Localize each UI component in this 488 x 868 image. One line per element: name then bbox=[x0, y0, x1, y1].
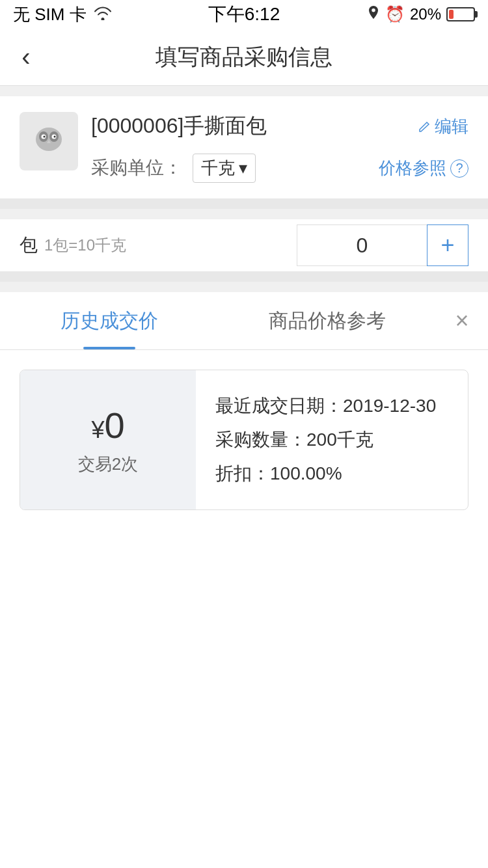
unit-label: 采购单位： bbox=[91, 157, 182, 178]
tab-close-button[interactable]: × bbox=[436, 292, 488, 349]
product-thumbnail-icon bbox=[29, 118, 68, 164]
wifi-icon bbox=[93, 5, 113, 25]
nav-bar: ‹ 填写商品采购信息 bbox=[0, 29, 488, 86]
quantity-sublabel: 1包=10千克 bbox=[44, 235, 126, 256]
back-button[interactable]: ‹ bbox=[0, 29, 52, 86]
section-divider-2 bbox=[0, 271, 488, 282]
price-card-left: ¥0 交易2次 bbox=[20, 370, 196, 509]
quantity-label: 包 1包=10千克 bbox=[20, 233, 126, 258]
battery-icon bbox=[446, 7, 475, 21]
product-section: [0000006]手撕面包 编辑 采购单位： 千克 ▾ bbox=[0, 96, 488, 198]
product-thumbnail bbox=[20, 112, 78, 170]
unit-label-group: 采购单位： 千克 ▾ bbox=[91, 154, 256, 183]
svg-point-5 bbox=[44, 136, 46, 138]
page-title: 填写商品采购信息 bbox=[156, 42, 332, 72]
quantity-plus-button[interactable]: + bbox=[427, 224, 468, 266]
unit-select[interactable]: 千克 ▾ bbox=[193, 154, 256, 183]
price-currency: ¥ bbox=[91, 416, 104, 443]
location-icon bbox=[367, 5, 380, 23]
price-card-right: 最近成交日期：2019-12-30 采购数量：200千克 折扣：100.00% bbox=[196, 370, 468, 509]
tab-product-price-ref[interactable]: 商品价格参考 bbox=[218, 292, 436, 349]
product-header: [0000006]手撕面包 编辑 采购单位： 千克 ▾ bbox=[20, 112, 468, 183]
alarm-icon: ⏰ bbox=[385, 5, 405, 23]
status-left: 无 SIM 卡 bbox=[13, 3, 113, 26]
tab-bar: 历史成交价 商品价格参考 × bbox=[0, 292, 488, 350]
back-arrow-icon: ‹ bbox=[21, 42, 30, 72]
help-icon: ? bbox=[450, 159, 468, 178]
product-info: [0000006]手撕面包 编辑 采购单位： 千克 ▾ bbox=[91, 112, 468, 183]
section-divider bbox=[0, 198, 488, 209]
status-right: ⏰ 20% bbox=[367, 5, 475, 23]
battery-text: 20% bbox=[410, 5, 441, 23]
quantity-section: 包 1包=10千克 0 + bbox=[0, 219, 488, 271]
carrier-text: 无 SIM 卡 bbox=[13, 3, 87, 26]
price-recent-date: 最近成交日期：2019-12-30 bbox=[215, 394, 448, 418]
price-trade-count: 交易2次 bbox=[78, 453, 138, 476]
edit-link[interactable]: 编辑 bbox=[418, 115, 468, 138]
tab-history-price[interactable]: 历史成交价 bbox=[0, 292, 218, 349]
price-purchase-qty: 采购数量：200千克 bbox=[215, 427, 448, 452]
price-card: ¥0 交易2次 最近成交日期：2019-12-30 采购数量：200千克 折扣：… bbox=[20, 370, 468, 510]
purchase-unit-row: 采购单位： 千克 ▾ 价格参照 ? bbox=[91, 154, 468, 183]
price-amount: ¥0 bbox=[91, 404, 124, 446]
price-ref-link[interactable]: 价格参照 ? bbox=[379, 157, 468, 180]
history-price-content: ¥0 交易2次 最近成交日期：2019-12-30 采购数量：200千克 折扣：… bbox=[0, 350, 488, 530]
svg-point-6 bbox=[54, 136, 56, 138]
chevron-down-icon: ▾ bbox=[239, 158, 247, 178]
product-name-row: [0000006]手撕面包 编辑 bbox=[91, 112, 468, 141]
main-content bbox=[0, 530, 488, 868]
status-bar: 无 SIM 卡 下午6:12 ⏰ 20% bbox=[0, 0, 488, 29]
quantity-controls: 0 + bbox=[297, 224, 468, 266]
quantity-input[interactable]: 0 bbox=[297, 224, 427, 266]
tab-section: 历史成交价 商品价格参考 × ¥0 交易2次 最近成交日期：2019-12-30 bbox=[0, 292, 488, 530]
status-time: 下午6:12 bbox=[208, 2, 280, 27]
product-name: [0000006]手撕面包 bbox=[91, 112, 267, 141]
price-discount: 折扣：100.00% bbox=[215, 461, 448, 486]
close-icon: × bbox=[455, 307, 468, 334]
tab-indicator bbox=[83, 347, 135, 349]
